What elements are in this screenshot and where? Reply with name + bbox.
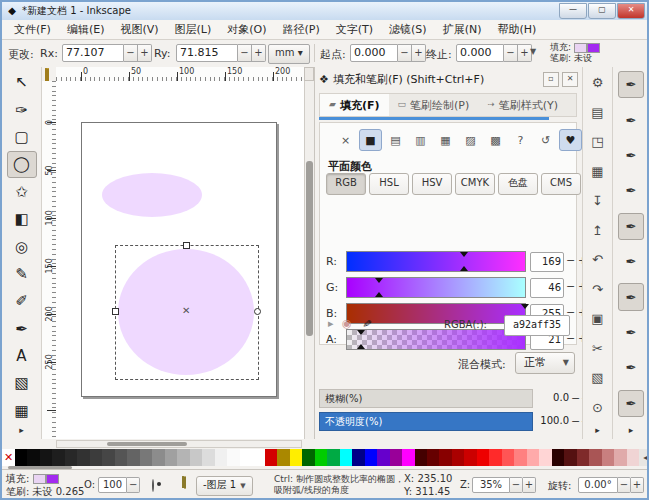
palette-swatch[interactable] — [365, 449, 377, 466]
ellipse-object-small[interactable] — [102, 173, 202, 217]
palette-swatch[interactable] — [602, 449, 614, 466]
horizontal-ruler[interactable]: 050100150200 — [56, 67, 304, 82]
drawing-canvas[interactable]: ✕ — [56, 81, 304, 439]
snap-enable-button[interactable]: ✒ — [618, 71, 644, 98]
rotation-input[interactable]: 0.00° — [578, 477, 618, 493]
palette-swatch[interactable] — [15, 449, 27, 466]
ry-input[interactable]: 71.815 — [176, 44, 238, 62]
rotation-plus-button[interactable]: + — [631, 477, 644, 493]
palette-swatch[interactable] — [265, 449, 277, 466]
red-minus-button[interactable]: − — [566, 254, 575, 267]
toolbar-overflow-dropdown[interactable]: ▼ — [530, 47, 536, 56]
commands-overflow-arrow[interactable]: ▸ — [595, 425, 600, 435]
menu-item[interactable]: 视图(V) — [112, 20, 166, 39]
opacity-slider[interactable]: 不透明度(%) — [319, 412, 533, 431]
palette-swatch[interactable] — [539, 449, 551, 466]
menu-item[interactable]: 扩展(N) — [435, 20, 490, 39]
palette-swatch[interactable] — [27, 449, 39, 466]
close-button[interactable]: ✕ — [617, 3, 645, 19]
tool-mesh-gradient[interactable]: ▦ — [7, 398, 37, 424]
start-plus-button[interactable]: + — [412, 44, 426, 62]
tab-stroke-style[interactable]: ⇢笔刷样式(Y) — [478, 94, 567, 116]
palette-swatch[interactable] — [614, 449, 626, 466]
redo-button[interactable]: ↷ — [586, 278, 610, 302]
selection-handle-top[interactable] — [183, 242, 190, 249]
layer-visibility-eye-icon[interactable] — [152, 479, 154, 492]
export-image-button[interactable]: ◳ — [586, 130, 610, 154]
green-slider-marker-bottom[interactable] — [375, 292, 383, 297]
vertical-scrollbar-thumb[interactable] — [306, 161, 313, 336]
palette-swatch[interactable] — [552, 449, 564, 466]
menu-item[interactable]: 滤镜(S) — [381, 20, 435, 39]
palette-swatch[interactable] — [340, 449, 352, 466]
palette-swatch[interactable] — [65, 449, 77, 466]
blend-mode-dropdown[interactable]: 正常▼ — [515, 352, 575, 374]
palette-swatch[interactable] — [52, 449, 64, 466]
snap-cusp-nodes-button[interactable]: ✒ — [618, 319, 644, 346]
green-slider-marker[interactable] — [375, 278, 383, 283]
red-value-input[interactable]: 169 — [530, 252, 564, 272]
blue-slider-marker[interactable] — [521, 304, 529, 309]
duplicate-button[interactable]: ▣ — [586, 307, 610, 331]
rx-plus-button[interactable]: + — [138, 44, 152, 62]
layer-dropdown[interactable]: -图层 1▼ — [196, 476, 253, 496]
palette-swatch[interactable] — [502, 449, 514, 466]
palette-swatch[interactable] — [302, 449, 314, 466]
mode-cmyk-button[interactable]: CMYK — [455, 173, 495, 195]
red-slider-marker[interactable] — [460, 252, 468, 257]
layer-lock-icon[interactable] — [176, 477, 186, 488]
mesh-gradient-fill-button[interactable]: ▩ — [484, 129, 507, 151]
menu-item[interactable]: 编辑(E) — [59, 20, 113, 39]
opacity-minus-button[interactable]: − — [571, 415, 580, 428]
green-value-input[interactable]: 46 — [530, 278, 564, 298]
color-dropper-icon[interactable]: ✎ — [360, 318, 374, 328]
ry-minus-button[interactable]: − — [238, 44, 252, 62]
palette-swatch[interactable] — [177, 449, 189, 466]
palette-swatch[interactable] — [102, 449, 114, 466]
print-button[interactable]: ▦ — [586, 160, 610, 184]
palette-swatch[interactable] — [377, 449, 389, 466]
selection-handle-right[interactable] — [254, 308, 261, 315]
palette-swatch[interactable] — [427, 449, 439, 466]
palette-swatch[interactable] — [277, 449, 289, 466]
palette-swatch[interactable] — [165, 449, 177, 466]
menu-item[interactable]: 对象(O) — [219, 20, 274, 39]
palette-swatch[interactable] — [290, 449, 302, 466]
minimize-button[interactable]: — — [559, 3, 587, 19]
menu-item[interactable]: 图层(L) — [167, 20, 220, 39]
red-slider-marker-bottom[interactable] — [460, 266, 468, 271]
snap-smooth-nodes-button[interactable]: ✒ — [618, 354, 644, 381]
snap-bbox-edges-button[interactable]: ✒ — [618, 142, 644, 169]
rx-minus-button[interactable]: − — [124, 44, 138, 62]
palette-swatch[interactable] — [627, 449, 639, 466]
opacity-value[interactable]: 100.0 — [537, 415, 569, 426]
tool-selector[interactable]: ↖ — [7, 69, 37, 95]
cut-button[interactable]: ✂ — [586, 337, 610, 361]
palette-swatch[interactable] — [464, 449, 476, 466]
export-button[interactable]: ↥ — [586, 219, 610, 243]
palette-swatch[interactable] — [514, 449, 526, 466]
tool-node-editor[interactable]: ✑ — [7, 96, 37, 122]
play-icon[interactable]: ▸ — [328, 317, 334, 330]
unknown-paint-button[interactable]: ? — [509, 129, 532, 151]
flat-color-button[interactable]: ■ — [359, 129, 382, 151]
end-minus-button[interactable]: − — [504, 44, 518, 62]
palette-swatch[interactable] — [152, 449, 164, 466]
open-document-button[interactable]: ▤ — [586, 101, 610, 125]
green-minus-button[interactable]: − — [566, 280, 575, 293]
palette-swatch[interactable] — [589, 449, 601, 466]
linear-gradient-button[interactable]: ▤ — [384, 129, 407, 151]
snap-bbox-corners-button[interactable]: ✒ — [618, 177, 644, 204]
tool-calligraphy[interactable]: ✒ — [7, 316, 37, 342]
palette-swatch[interactable] — [415, 449, 427, 466]
radial-gradient-button[interactable]: ▥ — [409, 129, 432, 151]
tab-stroke-paint[interactable]: ▭笔刷绘制(P) — [389, 94, 479, 116]
palette-swatch[interactable] — [489, 449, 501, 466]
ry-plus-button[interactable]: + — [252, 44, 266, 62]
palette-swatch[interactable] — [190, 449, 202, 466]
palette-swatch[interactable] — [352, 449, 364, 466]
tool-text[interactable]: A — [7, 343, 37, 369]
palette-swatch[interactable] — [564, 449, 576, 466]
snap-paths-button[interactable]: ✒ — [618, 248, 644, 275]
palette-swatch[interactable] — [327, 449, 339, 466]
